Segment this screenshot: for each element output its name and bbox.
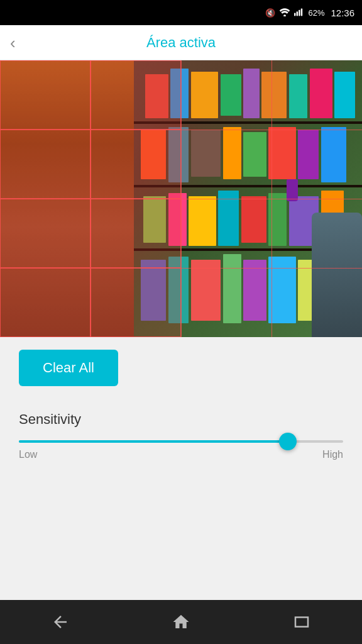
book (223, 254, 241, 323)
book (334, 72, 355, 119)
page-title: Área activa (146, 35, 216, 51)
book (145, 74, 168, 118)
book (268, 127, 296, 180)
camera-view[interactable] (0, 60, 362, 337)
battery-level: 62% (308, 8, 324, 18)
book (243, 260, 266, 321)
book (143, 196, 166, 243)
book (243, 132, 266, 176)
book (189, 196, 216, 246)
book (223, 127, 241, 180)
status-time: 12:36 (331, 8, 354, 18)
svg-rect-1 (294, 13, 295, 16)
nav-back-icon (51, 613, 70, 631)
nav-recent-icon (292, 613, 311, 631)
cup (287, 179, 298, 201)
book (243, 69, 259, 118)
sensitivity-slider-container (19, 440, 343, 443)
wifi-icon (279, 8, 290, 18)
header: ‹ Área activa (0, 25, 362, 60)
back-button[interactable]: ‹ (10, 35, 16, 51)
camera-background (0, 60, 362, 337)
book (191, 130, 221, 177)
nav-home-icon (172, 613, 190, 631)
mute-icon: 🔇 (265, 8, 275, 18)
book (268, 193, 287, 246)
book (268, 257, 296, 323)
status-bar: 🔇 62% 12:36 (0, 0, 362, 25)
slider-thumb[interactable] (279, 433, 297, 450)
book (191, 72, 219, 119)
sensitivity-title: Sensitivity (19, 411, 343, 428)
wood-panel (0, 60, 134, 337)
svg-rect-2 (297, 11, 298, 16)
bottom-nav (0, 600, 362, 644)
book (168, 193, 187, 246)
nav-back-button[interactable] (41, 603, 79, 641)
svg-rect-4 (301, 8, 302, 16)
book (168, 257, 189, 323)
book (141, 130, 166, 179)
slider-high-label: High (322, 449, 343, 460)
nav-recent-button[interactable] (283, 603, 321, 641)
book (168, 127, 189, 182)
book (298, 130, 319, 179)
book (241, 196, 266, 243)
buttons-area: Clear All (0, 337, 362, 399)
book (218, 191, 239, 246)
books-section (134, 60, 362, 337)
slider-labels: Low High (19, 449, 343, 460)
book (261, 72, 287, 119)
clear-all-button[interactable]: Clear All (19, 350, 118, 386)
book (221, 74, 241, 116)
slider-track (19, 440, 343, 443)
book (191, 260, 221, 321)
chair (312, 213, 362, 337)
slider-low-label: Low (19, 449, 37, 460)
book (141, 260, 166, 321)
nav-home-button[interactable] (162, 603, 200, 641)
svg-rect-3 (299, 9, 300, 16)
main-content: Clear All Sensitivity Low High (0, 60, 362, 479)
book (310, 69, 332, 118)
book (289, 74, 307, 118)
book (321, 127, 346, 182)
sensitivity-section: Sensitivity Low High (0, 399, 362, 467)
svg-point-0 (284, 14, 287, 16)
slider-fill (19, 440, 288, 443)
book (170, 69, 189, 118)
signal-icon (294, 8, 304, 18)
